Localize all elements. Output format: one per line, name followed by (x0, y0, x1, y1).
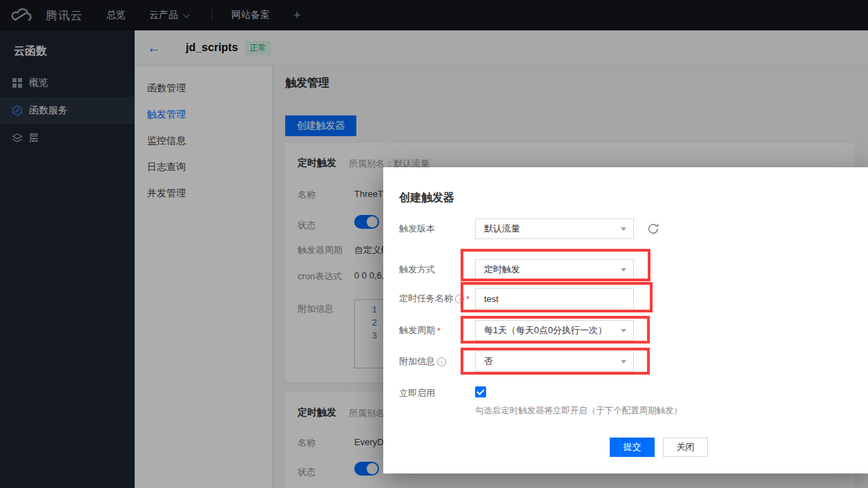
extra-info-select[interactable]: 否 (475, 351, 634, 372)
submit-button[interactable]: 提交 (610, 438, 655, 457)
task-name-input[interactable] (475, 288, 634, 309)
cycle-select[interactable]: 每1天（每天0点0分执行一次） (475, 320, 634, 341)
method-label: 触发方式 (399, 259, 435, 280)
chevron-down-icon (621, 227, 626, 231)
task-name-label: 定时任务名称 * (399, 288, 470, 309)
required-mark: * (437, 326, 441, 336)
enable-now-note: 勾选后定时触发器将立即开启（于下个配置周期触发） (475, 405, 682, 417)
extra-info-label: 附加信息 (399, 351, 446, 372)
refresh-icon[interactable] (647, 223, 659, 235)
modal-title: 创建触发器 (399, 191, 454, 205)
app-root: 腾讯云 总览 云产品 网站备案 + 云函数 概览 (0, 0, 868, 488)
enable-now-label: 立即启用 (399, 383, 435, 404)
close-button[interactable]: 关闭 (663, 438, 708, 457)
required-mark: * (466, 294, 470, 304)
enable-now-checkbox[interactable] (475, 386, 486, 397)
info-icon[interactable] (437, 357, 446, 366)
chevron-down-icon (621, 329, 626, 332)
version-select[interactable]: 默认流量 (475, 218, 634, 239)
info-icon[interactable] (455, 294, 464, 303)
version-label: 触发版本 (399, 218, 435, 239)
chevron-down-icon (621, 268, 626, 272)
cycle-label: 触发周期 * (399, 320, 441, 341)
method-select[interactable]: 定时触发 (475, 259, 634, 280)
chevron-down-icon (621, 360, 626, 364)
create-trigger-modal: 创建触发器 触发版本 默认流量 触发方式 定时触发 定时任务名称 * 触发周期 … (383, 167, 868, 473)
